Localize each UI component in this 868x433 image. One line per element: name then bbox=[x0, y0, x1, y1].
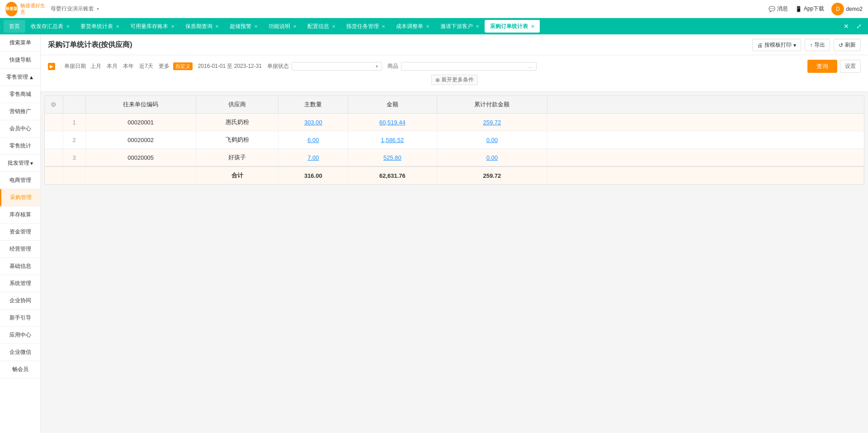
sidebar-item-finance[interactable]: 资金管理 bbox=[0, 224, 40, 241]
tab-close-purchase-order-summary[interactable]: ✕ bbox=[531, 24, 534, 29]
expand-more-button[interactable]: ⊕ 展开更多条件 bbox=[431, 75, 478, 85]
cell-amount-3[interactable]: 525.80 bbox=[348, 149, 437, 167]
sidebar-item-marketing[interactable]: 营销推广 bbox=[0, 103, 40, 120]
print-button[interactable]: 🖨 按模板打印 ▾ bbox=[752, 39, 801, 51]
col-settings[interactable]: ⚙ bbox=[45, 96, 63, 114]
tab-close-available-stock[interactable]: ✕ bbox=[171, 24, 175, 29]
table-header: ⚙ 往来单位编码 供应商 主数量 金额 累计付款金额 bbox=[45, 96, 864, 114]
sidebar-item-new-guide[interactable]: 新手引导 bbox=[0, 309, 40, 327]
tab-cost-adjust[interactable]: 成本调整单 ✕ bbox=[391, 20, 435, 33]
cell-amount-1[interactable]: 60,519.44 bbox=[348, 114, 437, 131]
sidebar-item-purchase-mgmt[interactable]: 采购管理 bbox=[0, 189, 40, 206]
cell-name-3: 好孩子 bbox=[196, 149, 278, 167]
sidebar-item-inventory[interactable]: 库存核算 bbox=[0, 206, 40, 224]
sidebar-item-ecommerce[interactable]: 电商管理 bbox=[0, 172, 40, 189]
cell-qty-2[interactable]: 6.00 bbox=[278, 131, 348, 149]
cell-qty-1[interactable]: 303.00 bbox=[278, 114, 348, 131]
search-button[interactable]: 查询 bbox=[807, 60, 837, 73]
cell-code-1: 00020001 bbox=[85, 114, 196, 131]
message-button[interactable]: 💬 消息 bbox=[769, 5, 788, 13]
sidebar-item-member[interactable]: 畅会员 bbox=[0, 361, 40, 378]
date-shortcut-7days[interactable]: 近7天 bbox=[137, 62, 155, 71]
tab-requisition-summary[interactable]: 要货单统计表 ✕ bbox=[75, 20, 125, 33]
sidebar-item-retail-mgmt[interactable]: 零售管理 ▲ bbox=[0, 69, 40, 86]
amount-link-2[interactable]: 1,586.52 bbox=[381, 137, 404, 143]
filter-settings-button[interactable]: 设置 bbox=[840, 60, 861, 73]
tab-purchase-order-summary[interactable]: 采购订单统计表 ✕ bbox=[485, 20, 540, 33]
tab-expiry-query[interactable]: 保质期查询 ✕ bbox=[180, 20, 224, 33]
sidebar-item-search[interactable]: 搜索菜单 bbox=[0, 34, 40, 52]
date-custom-badge[interactable]: 自定义 bbox=[173, 62, 193, 70]
top-bar-right: 💬 消息 📱 App下载 D demo2 bbox=[769, 3, 863, 15]
sidebar-item-system[interactable]: 系统管理 bbox=[0, 275, 40, 292]
nav-expand-button[interactable]: ⤢ bbox=[854, 22, 864, 31]
export-icon: ↑ bbox=[810, 42, 812, 48]
refresh-icon: ↺ bbox=[839, 42, 843, 48]
date-shortcut-more[interactable]: 更多 bbox=[157, 62, 171, 71]
cell-extra-1 bbox=[547, 114, 864, 131]
cell-paid-2[interactable]: 0.00 bbox=[437, 131, 547, 149]
tab-close-config-info[interactable]: ✕ bbox=[332, 24, 335, 29]
workspace-dropdown-icon[interactable]: ▾ bbox=[97, 6, 99, 11]
amount-link-3[interactable]: 525.80 bbox=[383, 154, 401, 161]
qty-link-1[interactable]: 303.00 bbox=[304, 119, 322, 126]
tab-pick-task[interactable]: 拣货任务管理 ✕ bbox=[341, 20, 391, 33]
status-select[interactable]: ▾ bbox=[292, 62, 382, 71]
footer-qty: 316.00 bbox=[278, 167, 348, 184]
nav-close-button[interactable]: ✕ bbox=[841, 22, 852, 31]
filter-area: ▶ 单据日期 上月 本月 本年 近7天 更多 自定义 2016-01-01 至 … bbox=[41, 55, 868, 92]
sidebar-item-basic-info[interactable]: 基础信息 bbox=[0, 258, 40, 275]
paid-link-1[interactable]: 259.72 bbox=[483, 119, 501, 126]
tab-available-stock[interactable]: 可用量库存账本 ✕ bbox=[125, 20, 180, 33]
expand-icon: ⊕ bbox=[435, 77, 440, 83]
amount-link-1[interactable]: 60,519.44 bbox=[379, 119, 406, 126]
tab-close-function-desc[interactable]: ✕ bbox=[293, 24, 297, 29]
sidebar-item-enterprise-wechat[interactable]: 企业微信 bbox=[0, 344, 40, 361]
sidebar-item-quick-nav[interactable]: 快捷导航 bbox=[0, 52, 40, 69]
qty-link-2[interactable]: 6.00 bbox=[307, 137, 319, 143]
cell-qty-3[interactable]: 7.00 bbox=[278, 149, 348, 167]
date-shortcut-this-year[interactable]: 本年 bbox=[121, 62, 136, 71]
tab-config-info[interactable]: 配置信息 ✕ bbox=[302, 20, 341, 33]
cell-settings-1 bbox=[45, 114, 63, 131]
tab-close-expiry-query[interactable]: ✕ bbox=[215, 24, 219, 29]
cell-paid-1[interactable]: 259.72 bbox=[437, 114, 547, 131]
tab-invite-downstream[interactable]: 邀请下游客户 ✕ bbox=[435, 20, 485, 33]
goods-input[interactable]: … bbox=[401, 62, 537, 71]
tab-close-pick-task[interactable]: ✕ bbox=[382, 24, 385, 29]
column-settings-icon[interactable]: ⚙ bbox=[51, 101, 57, 108]
cell-amount-2[interactable]: 1,586.52 bbox=[348, 131, 437, 149]
filter-action-buttons: 查询 设置 bbox=[807, 60, 861, 73]
export-button[interactable]: ↑ 导出 bbox=[805, 39, 830, 51]
sidebar: 搜索菜单 快捷导航 零售管理 ▲ 零售商城 营销推广 会员中心 零售统计 批发管… bbox=[0, 34, 41, 433]
sidebar-item-ops-mgmt[interactable]: 经营管理 bbox=[0, 241, 40, 258]
tab-overstock-alert[interactable]: 超储预警 ✕ bbox=[224, 20, 263, 33]
user-menu-button[interactable]: D demo2 bbox=[831, 3, 863, 15]
date-shortcut-this-month[interactable]: 本月 bbox=[105, 62, 119, 71]
footer-settings bbox=[45, 167, 63, 184]
date-shortcut-last-month[interactable]: 上月 bbox=[89, 62, 103, 71]
tab-receive-summary[interactable]: 收发存汇总表 ✕ bbox=[25, 20, 75, 33]
tab-close-invite-downstream[interactable]: ✕ bbox=[476, 24, 479, 29]
cell-code-3: 00020005 bbox=[85, 149, 196, 167]
paid-link-2[interactable]: 0.00 bbox=[486, 137, 498, 143]
app-download-button[interactable]: 📱 App下载 bbox=[795, 5, 824, 13]
qty-link-3[interactable]: 7.00 bbox=[307, 154, 319, 161]
tab-close-cost-adjust[interactable]: ✕ bbox=[426, 24, 429, 29]
tab-home[interactable]: 首页 bbox=[4, 20, 25, 33]
sidebar-item-app-center[interactable]: 应用中心 bbox=[0, 327, 40, 344]
tab-function-desc[interactable]: 功能说明 ✕ bbox=[263, 20, 302, 33]
cell-paid-3[interactable]: 0.00 bbox=[437, 149, 547, 167]
tab-close-receive-summary[interactable]: ✕ bbox=[66, 24, 70, 29]
sidebar-item-member-center[interactable]: 会员中心 bbox=[0, 120, 40, 138]
tab-close-overstock-alert[interactable]: ✕ bbox=[254, 24, 258, 29]
paid-link-3[interactable]: 0.00 bbox=[486, 154, 498, 161]
refresh-button[interactable]: ↺ 刷新 bbox=[834, 39, 861, 51]
status-filter-label: 单据状态 bbox=[267, 62, 289, 70]
sidebar-item-batch-mgmt[interactable]: 批发管理 ▾ bbox=[0, 155, 40, 172]
tab-close-requisition-summary[interactable]: ✕ bbox=[116, 24, 119, 29]
sidebar-item-retail-stats[interactable]: 零售统计 bbox=[0, 138, 40, 155]
sidebar-item-retail-shop[interactable]: 零售商城 bbox=[0, 86, 40, 103]
toggle-arrow-button[interactable]: ▶ bbox=[48, 63, 55, 70]
sidebar-item-enterprise-collab[interactable]: 企业协同 bbox=[0, 292, 40, 309]
